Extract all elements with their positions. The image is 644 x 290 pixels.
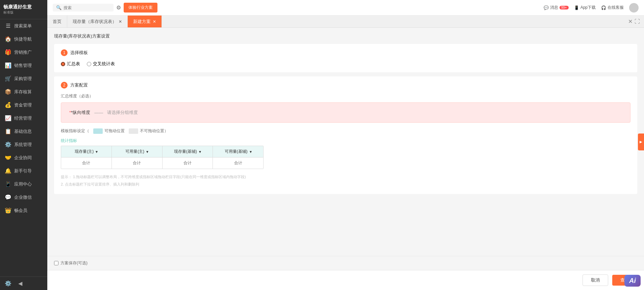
dimension-dash: —— (94, 110, 103, 115)
radio-summary[interactable]: 汇总表 (61, 61, 80, 67)
sidebar-nav: ☰ 搜索菜单 🏠 快捷导航 🎁 营销推广 📊 销售管理 🛒 采购管理 📦 库存核… (0, 19, 47, 276)
topbar-left: 🔍 ⚙ 体验行业方案 (53, 3, 540, 13)
sidebar-item-sales[interactable]: 📊 销售管理 (0, 59, 47, 72)
sidebar-item-marketing[interactable]: 🎁 营销推广 (0, 46, 47, 59)
action-bar: 取消 查询 (47, 270, 644, 290)
app-version: 标准版 (3, 10, 44, 15)
sidebar-item-purchase[interactable]: 🛒 采购管理 (0, 72, 47, 85)
col-available-main[interactable]: 可用量(主) ▾ (112, 146, 163, 157)
tab-home-label: 首页 (53, 19, 61, 25)
hint-movable-label: 可拖动位置 (104, 128, 125, 134)
chart-icon: 📊 (5, 62, 11, 69)
tab-inventory-close-icon[interactable]: ✕ (119, 19, 122, 24)
col-available-aux-dropdown-icon[interactable]: ▾ (250, 149, 252, 154)
sidebar-item-label: 快捷导航 (14, 36, 32, 42)
window-expand-icon[interactable]: ⛶ (635, 19, 640, 25)
sidebar-item-app-center[interactable]: 📱 应用中心 (0, 177, 47, 191)
footer-settings-icon[interactable]: ⚙️ (5, 280, 11, 287)
sidebar-item-quick-nav[interactable]: 🏠 快捷导航 (0, 32, 47, 46)
col-current-main-dropdown-icon[interactable]: ▾ (96, 149, 98, 154)
user-avatar[interactable] (629, 3, 639, 13)
tab-new-plan-label: 新建方案 (133, 19, 151, 25)
step2-badge: 2 (61, 82, 68, 89)
sidebar-item-corp-wechat[interactable]: 💬 企业微信 (0, 191, 47, 204)
message-icon: 💬 (544, 5, 549, 10)
sidebar-item-finance[interactable]: 💰 资金管理 (0, 98, 47, 112)
tabbar: 首页 现存量（库存状况表） ✕ 新建方案 ✕ ✕ ⛶ (47, 16, 644, 28)
tab-new-plan-close-icon[interactable]: ✕ (153, 19, 156, 24)
section-choose-template: 1 选择模板 汇总表 交叉统计表 (54, 44, 637, 72)
chat-icon: 💬 (5, 194, 11, 200)
sidebar-item-new-guide[interactable]: 🔔 新手引导 (0, 164, 47, 177)
sidebar-item-search-menu[interactable]: ☰ 搜索菜单 (0, 19, 47, 32)
cell-current-main: 合计 (61, 158, 112, 169)
sidebar-item-business[interactable]: 📈 经营管理 (0, 112, 47, 125)
topbar-right: 💬 消息 99+ 📱 App下载 🎧 在线客服 (544, 3, 639, 13)
industry-solution-button[interactable]: 体验行业方案 (124, 3, 157, 13)
dimension-required-text: **纵向维度 (69, 110, 90, 116)
save-option-checkbox[interactable] (54, 261, 58, 265)
sidebar-item-label: 畅会员 (14, 208, 27, 214)
step2-label: 方案配置 (70, 82, 88, 88)
radio-cross-input[interactable] (87, 62, 91, 66)
right-panel-toggle[interactable]: ▶ (638, 134, 644, 150)
message-button[interactable]: 💬 消息 99+ (544, 5, 569, 10)
tab-home[interactable]: 首页 (47, 16, 67, 27)
mobile-icon: 📱 (5, 181, 11, 187)
gear-icon[interactable]: ⚙ (116, 4, 121, 11)
sidebar-item-inventory[interactable]: 📦 库存核算 (0, 85, 47, 98)
cancel-button[interactable]: 取消 (583, 274, 608, 286)
window-close-icon[interactable]: ✕ (628, 18, 633, 25)
save-option-label[interactable]: 方案保存(可选) (54, 260, 637, 266)
sidebar-item-label: 应用中心 (14, 181, 32, 187)
col-current-aux-dropdown-icon[interactable]: ▾ (199, 149, 201, 154)
save-option-text: 方案保存(可选) (60, 260, 88, 266)
app-download-button[interactable]: 📱 App下载 (574, 5, 596, 10)
search-input[interactable] (64, 5, 107, 10)
col-available-aux[interactable]: 可用量(基辅) ▾ (213, 146, 263, 157)
search-menu-icon: ☰ (5, 23, 11, 29)
online-service-button[interactable]: 🎧 在线客服 (601, 5, 624, 10)
section2-header: 2 方案配置 (61, 82, 630, 89)
box-icon: 📦 (5, 89, 11, 95)
tab-inventory-status[interactable]: 现存量（库存状况表） ✕ (67, 16, 128, 27)
sidebar-item-label: 营销推广 (14, 49, 32, 55)
col-current-aux[interactable]: 现存量(基辅) ▾ (163, 146, 213, 157)
topbar: 🔍 ⚙ 体验行业方案 💬 消息 99+ 📱 App下载 🎧 在线客服 (47, 0, 644, 16)
trend-icon: 📈 (5, 115, 11, 121)
col-available-aux-label: 可用量(基辅) (225, 149, 248, 154)
message-label: 消息 (550, 5, 558, 10)
sidebar-item-label: 资金管理 (14, 102, 32, 108)
stats-label: 统计指标 (61, 138, 630, 144)
sidebar-footer: ⚙️ ◀ (0, 276, 47, 290)
radio-cross-label: 交叉统计表 (93, 61, 115, 67)
radio-summary-input[interactable] (61, 62, 65, 66)
col-available-main-dropdown-icon[interactable]: ▾ (146, 149, 148, 154)
bell-icon: 🔔 (5, 168, 11, 174)
app-name: 畅康通好生意 (3, 4, 44, 10)
section1-header: 1 选择模板 (61, 49, 630, 56)
hint-fixed-item: 不可拖动位置） (129, 128, 168, 134)
download-icon: 📱 (574, 5, 579, 10)
hint-movable-color (93, 128, 103, 134)
sidebar-item-label: 库存核算 (14, 89, 32, 95)
sidebar-item-base-info[interactable]: 📋 基础信息 (0, 125, 47, 138)
sidebar-item-system[interactable]: ⚙️ 系统管理 (0, 138, 47, 151)
service-icon: 🎧 (601, 5, 606, 10)
col-current-main[interactable]: 现存量(主) ▾ (61, 146, 112, 157)
search-box[interactable]: 🔍 (53, 4, 114, 11)
stats-table-header: 现存量(主) ▾ 可用量(主) ▾ 现存量(基辅) ▾ 可用量(基辅) (61, 146, 263, 157)
stats-table: 现存量(主) ▾ 可用量(主) ▾ 现存量(基辅) ▾ 可用量(基辅) (61, 146, 264, 169)
gift-icon: 🎁 (5, 49, 11, 55)
footer-collapse-icon[interactable]: ◀ (18, 280, 22, 287)
sidebar-item-member[interactable]: 👑 畅会员 (0, 204, 47, 217)
tab-new-plan[interactable]: 新建方案 ✕ (128, 16, 162, 27)
sidebar-item-corp-coop[interactable]: 🤝 企业协同 (0, 151, 47, 164)
tip-2: 2. 点击标题栏下拉可设置排序、插入列和删除列 (61, 181, 630, 188)
metrics-hint: 模板指标设定（ 可拖动位置 不可拖动位置） (61, 128, 630, 134)
ai-badge[interactable]: Ai (624, 275, 641, 287)
hint-movable-item: 可拖动位置 (93, 128, 125, 134)
radio-cross[interactable]: 交叉统计表 (87, 61, 115, 67)
window-controls: ✕ ⛶ (628, 18, 644, 25)
dimension-box: **纵向维度 —— 请选择分组维度 (61, 102, 630, 123)
